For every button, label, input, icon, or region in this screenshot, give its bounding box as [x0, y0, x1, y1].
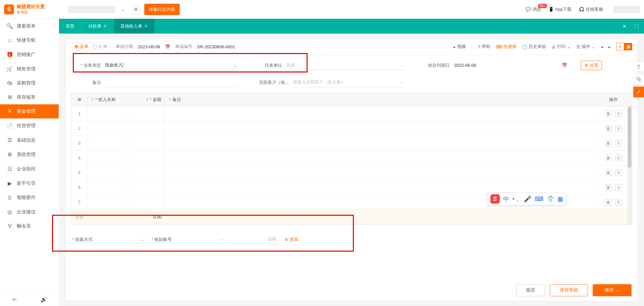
- col-income-name[interactable]: ⇅收入名称: [88, 93, 128, 106]
- sidebar-item-funds[interactable]: ¥资金管理: [0, 104, 59, 118]
- save-button[interactable]: 保存 ⌄: [593, 284, 632, 296]
- app-download-button[interactable]: 📱 App下载: [548, 6, 572, 12]
- ime-punct-icon[interactable]: •，: [513, 195, 521, 203]
- copy-row-button[interactable]: ⎘: [615, 140, 622, 147]
- table-row[interactable]: 2🗑⎘: [71, 121, 632, 136]
- rail-expand-button[interactable]: ⤢: [633, 87, 644, 97]
- org-selector[interactable]: ⌄: [68, 6, 125, 13]
- more-icon[interactable]: ⋯: [400, 63, 405, 68]
- ime-lang[interactable]: 中: [503, 195, 509, 203]
- rel-input[interactable]: 请输入关联客户（收入单） ⋯: [291, 78, 406, 87]
- next-doc-button[interactable]: ▸: [608, 44, 611, 49]
- video-button[interactable]: ▸视频: [453, 44, 466, 50]
- sidebar-item-purchase[interactable]: 🛍采购管理: [0, 76, 59, 90]
- cell-income[interactable]: [88, 136, 128, 150]
- sidebar-item-collab[interactable]: ☷企业协同: [0, 162, 59, 176]
- cell-amount[interactable]: [128, 195, 165, 209]
- delete-row-button[interactable]: 🗑: [605, 155, 612, 161]
- close-icon[interactable]: ✕: [144, 24, 148, 29]
- ime-toolbox-icon[interactable]: ▦: [557, 195, 563, 203]
- table-row[interactable]: 3🗑⎘: [71, 136, 632, 151]
- radio-blue[interactable]: 蓝单: [74, 44, 89, 50]
- settle-method-input[interactable]: ⌄: [95, 236, 145, 244]
- shortcut-button[interactable]: ⌨快捷键: [496, 44, 517, 50]
- doc-date-value[interactable]: 2023-06-06: [138, 44, 160, 49]
- tabs-fullscreen-button[interactable]: ⛶: [631, 20, 642, 32]
- ime-skin-icon[interactable]: 👕: [547, 195, 554, 203]
- sidebar-collapse-button[interactable]: ⇤: [0, 293, 30, 306]
- ime-toolbar[interactable]: S 中 •， 🎤 ⌨ 👕 ▦: [487, 193, 567, 205]
- online-service-button[interactable]: 🎧 在线客服: [579, 6, 603, 12]
- table-row[interactable]: 5🗑⎘: [71, 165, 632, 180]
- delete-row-button[interactable]: 🗑: [605, 140, 612, 147]
- sidebar-item-business[interactable]: 📄经营管理: [0, 118, 59, 133]
- sidebar-item-newbie[interactable]: ▶新手引导: [0, 176, 59, 191]
- cell-income[interactable]: [88, 195, 128, 209]
- calendar-icon[interactable]: 📅: [562, 63, 567, 68]
- copy-row-button[interactable]: ⎘: [615, 169, 622, 176]
- settle-account-input[interactable]: ⋯: [174, 236, 224, 244]
- scrollbar-thumb[interactable]: [628, 107, 631, 167]
- ops-button[interactable]: ☰操作⌄: [576, 44, 595, 50]
- view-list-button[interactable]: ≡: [616, 43, 624, 50]
- rail-attach-button[interactable]: 📎: [633, 74, 644, 85]
- experience-industry-button[interactable]: 体验行业方案: [144, 4, 180, 15]
- cell-amount[interactable]: [128, 151, 165, 165]
- delete-row-button[interactable]: 🗑: [605, 169, 612, 176]
- cell-amount[interactable]: [128, 165, 165, 180]
- save-draft-button[interactable]: 保存草稿: [550, 284, 588, 296]
- messages-button[interactable]: 💬 消息 99+: [526, 6, 541, 12]
- table-row[interactable]: 1🗑⎘: [71, 106, 632, 121]
- biztype-input[interactable]: 现金收入 ⌄: [104, 60, 238, 70]
- sidebar-item-member[interactable]: V畅会员: [0, 219, 59, 233]
- settings-gear-button[interactable]: ⚙: [131, 5, 140, 14]
- sidebar-item-quick-nav[interactable]: ⌂快捷导航: [0, 33, 59, 47]
- col-settings-button[interactable]: ⚙: [71, 93, 88, 106]
- cell-amount[interactable]: [128, 121, 165, 136]
- tab-home[interactable]: 首页: [59, 19, 82, 34]
- col-amount[interactable]: ⇅金额: [128, 93, 165, 106]
- sidebar-item-hardware[interactable]: ⎙智能硬件: [0, 191, 59, 205]
- sidebar-item-inventory[interactable]: ⧉库存核算: [0, 90, 59, 104]
- user-avatar-blurred[interactable]: [613, 6, 640, 13]
- discard-button[interactable]: 放弃: [516, 284, 545, 296]
- tab-payment[interactable]: 付款单✕: [82, 19, 114, 34]
- delete-row-button[interactable]: 🗑: [605, 199, 612, 206]
- sidebar-item-search-menu[interactable]: 🔍搜索菜单: [0, 19, 59, 33]
- cell-remark[interactable]: [165, 165, 595, 180]
- copy-row-button[interactable]: ⎘: [615, 199, 622, 206]
- settle-amount-input[interactable]: 金额: [231, 235, 278, 244]
- unit-input[interactable]: 选择... ⋯: [285, 60, 406, 70]
- cell-income[interactable]: [88, 151, 128, 165]
- remark-input[interactable]: [104, 78, 238, 87]
- cell-income[interactable]: [88, 106, 128, 121]
- calendar-icon[interactable]: 📅: [165, 44, 170, 49]
- cell-amount[interactable]: [128, 136, 165, 150]
- tabs-close-all-button[interactable]: ✕: [619, 20, 630, 32]
- radio-red[interactable]: 红单: [93, 44, 107, 50]
- sidebar-item-wechat[interactable]: ◎企业微信: [0, 205, 59, 219]
- cell-remark[interactable]: [165, 151, 595, 165]
- rail-note-button[interactable]: 🗒: [633, 61, 644, 72]
- close-icon[interactable]: ✕: [103, 24, 107, 29]
- sidebar-item-sales[interactable]: 🛒销售管理: [0, 62, 59, 76]
- cell-remark[interactable]: [165, 136, 595, 150]
- cell-income[interactable]: [88, 121, 128, 136]
- history-button[interactable]: 🕑历史单据: [522, 44, 546, 50]
- cell-remark[interactable]: [165, 106, 595, 121]
- cell-amount[interactable]: [128, 180, 165, 195]
- ime-mic-icon[interactable]: 🎤: [524, 195, 531, 203]
- table-row[interactable]: 4🗑⎘: [71, 151, 632, 165]
- help-button[interactable]: ?帮助: [478, 44, 490, 50]
- sidebar-item-marketing[interactable]: 🎁营销推广: [0, 47, 59, 62]
- cell-remark[interactable]: [165, 121, 595, 136]
- delete-row-button[interactable]: 🗑: [605, 125, 612, 132]
- cell-amount[interactable]: [128, 106, 165, 121]
- col-remark[interactable]: ⇅备注: [165, 93, 595, 106]
- settings-button[interactable]: ⚙设置: [581, 61, 602, 70]
- copy-row-button[interactable]: ⎘: [615, 155, 622, 161]
- tab-other-income[interactable]: 其他收入单✕: [114, 19, 155, 34]
- due-input[interactable]: 2023-06-06: [452, 61, 559, 70]
- sidebar-item-system[interactable]: ⚙系统管理: [0, 147, 59, 162]
- cell-income[interactable]: [88, 180, 128, 195]
